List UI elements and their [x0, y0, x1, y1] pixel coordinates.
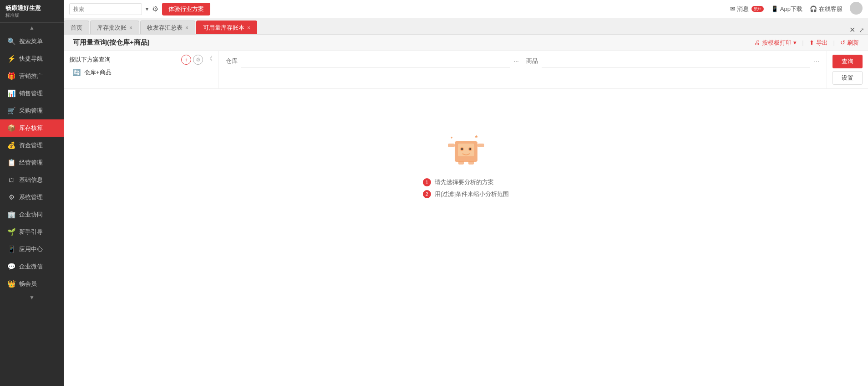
sidebar-item-operations[interactable]: 📋 经营管理 — [0, 154, 64, 171]
goods-input[interactable] — [542, 55, 810, 67]
empty-tip-1: 请先选择要分析的方案 — [435, 178, 494, 186]
sidebar-item-enterprise[interactable]: 🏢 企业协同 — [0, 206, 64, 223]
header-actions: 🖨 按模板打印 ▾ | ⬆ 导出 | ↺ 刷新 — [754, 39, 859, 47]
trial-button[interactable]: 体验行业方案 — [162, 3, 210, 15]
empty-state-row-2: 2 用[过滤]条件来缩小分析范围 — [423, 190, 509, 198]
svg-rect-8 — [448, 144, 455, 147]
sidebar-item-purchase[interactable]: 🛒 采购管理 — [0, 102, 64, 119]
topbar-right: ✉ 消息 99+ 📱 App下载 🎧 在线客服 — [730, 2, 863, 16]
filter-scheme-header: 按以下方案查询 ＋ ⚙ 《 — [69, 55, 213, 65]
refresh-label: 刷新 — [847, 39, 859, 47]
sidebar-item-quick-nav[interactable]: ⚡ 快捷导航 — [0, 50, 64, 67]
sidebar-item-wechat[interactable]: 💬 企业微信 — [0, 258, 64, 275]
sidebar-item-member[interactable]: 👑 畅会员 — [0, 275, 64, 293]
print-button[interactable]: 🖨 按模板打印 ▾ — [754, 39, 797, 47]
mobile-icon: 📱 — [771, 5, 778, 12]
filter-row-1: 仓库 ··· 商品 ··· — [226, 55, 819, 67]
sidebar-item-label: 企业微信 — [19, 262, 43, 271]
sidebar-item-marketing[interactable]: 🎁 营销推广 — [0, 67, 64, 85]
topbar-settings-icon[interactable]: ⚙ — [152, 5, 158, 13]
refresh-button[interactable]: ↺ 刷新 — [840, 39, 859, 47]
sidebar-item-label: 搜索菜单 — [19, 37, 43, 46]
sidebar-item-newbie[interactable]: 🌱 新手引导 — [0, 223, 64, 241]
warehouse-field: 仓库 ··· — [226, 55, 519, 67]
warehouse-more-icon[interactable]: ··· — [513, 57, 519, 65]
collapse-icon[interactable]: 《 — [207, 55, 213, 65]
sidebar-item-basics[interactable]: 🗂 基础信息 — [0, 171, 64, 189]
tab-label: 收发存汇总表 — [147, 24, 183, 32]
operations-icon: 📋 — [7, 159, 15, 167]
page-header: 可用量查询(按仓库+商品) 🖨 按模板打印 ▾ | ⬆ 导出 | ↺ 刷新 — [64, 35, 868, 51]
svg-point-5 — [469, 148, 471, 150]
sidebar-item-finance[interactable]: 💰 资金管理 — [0, 137, 64, 154]
sidebar-item-inventory[interactable]: 📦 库存核算 — [0, 119, 64, 137]
search-input[interactable] — [69, 3, 142, 15]
tab-close-icon[interactable]: × — [247, 25, 250, 31]
avatar[interactable] — [850, 2, 863, 16]
headset-icon: 🎧 — [810, 5, 817, 12]
scheme-item-icon: 🔄 — [73, 69, 81, 76]
tab-stock-summary[interactable]: 收发存汇总表 × — [140, 21, 195, 34]
sidebar-item-system[interactable]: ⚙ 系统管理 — [0, 189, 64, 206]
scheme-item-label: 仓库+商品 — [84, 68, 112, 77]
message-button[interactable]: ✉ 消息 99+ — [730, 5, 764, 13]
sidebar-item-label: 应用中心 — [19, 245, 43, 253]
empty-state: ★ ✦ 1 请先选择要分析的方案 2 用[过滤]条件来缩小分析范围 — [64, 89, 868, 235]
sidebar-item-search[interactable]: 🔍 搜索菜单 — [0, 33, 64, 50]
scheme-item-warehouse-goods[interactable]: 🔄 仓库+商品 — [69, 67, 213, 78]
export-button[interactable]: ⬆ 导出 — [809, 39, 828, 47]
purchase-icon: 🛒 — [7, 107, 15, 115]
tab-label: 可用量库存账本 — [203, 24, 244, 32]
app-subtitle: 标准版 — [5, 12, 58, 19]
tab-available-ledger[interactable]: 可用量库存账本 × — [196, 21, 257, 34]
sales-icon: 📊 — [7, 89, 15, 98]
tab-label: 库存批次账 — [97, 24, 127, 32]
tab-area-right: ✕ ⤢ — [846, 26, 868, 34]
expand-button[interactable]: ⤢ — [859, 26, 864, 34]
empty-tip-2: 用[过滤]条件来缩小分析范围 — [435, 190, 509, 198]
warehouse-label: 仓库 — [226, 57, 238, 65]
tab-bar: 首页 库存批次账 × 收发存汇总表 × 可用量库存账本 × ✕ ⤢ — [64, 18, 868, 35]
filter-settings-button[interactable]: 设置 — [832, 71, 863, 85]
query-button[interactable]: 查询 — [832, 55, 863, 68]
add-scheme-button[interactable]: ＋ — [181, 55, 191, 65]
empty-state-text: 1 请先选择要分析的方案 2 用[过滤]条件来缩小分析范围 — [423, 178, 509, 198]
enterprise-icon: 🏢 — [7, 211, 15, 219]
sidebar-scroll-up[interactable]: ▲ — [0, 23, 64, 33]
basics-icon: 🗂 — [7, 176, 15, 184]
app-logo: 畅康通好生意 标准版 — [0, 0, 64, 23]
wechat-icon: 💬 — [7, 262, 15, 271]
sidebar-item-label: 企业协同 — [19, 211, 43, 219]
settings-scheme-button[interactable]: ⚙ — [193, 55, 203, 65]
app-download-button[interactable]: 📱 App下载 — [771, 5, 802, 13]
sidebar-item-label: 经营管理 — [19, 159, 43, 167]
tab-batch-account[interactable]: 库存批次账 × — [90, 21, 139, 34]
sidebar-scroll-down[interactable]: ▼ — [0, 293, 64, 303]
dropdown-icon[interactable]: ▾ — [146, 6, 148, 12]
tab-close-icon[interactable]: × — [185, 25, 188, 31]
finance-icon: 💰 — [7, 141, 15, 149]
sidebar-item-label: 营销推广 — [19, 72, 43, 80]
tab-close-icon[interactable]: × — [129, 25, 132, 31]
marketing-icon: 🎁 — [7, 72, 15, 80]
tab-label: 首页 — [71, 24, 82, 32]
online-service-button[interactable]: 🎧 在线客服 — [810, 5, 843, 13]
filter-fields-panel: 仓库 ··· 商品 ··· — [218, 51, 827, 88]
sidebar-item-label: 销售管理 — [19, 89, 43, 98]
step-1-badge: 1 — [423, 178, 431, 186]
online-service-label: 在线客服 — [819, 5, 843, 13]
filter-area: 按以下方案查询 ＋ ⚙ 《 🔄 仓库+商品 仓库 — [64, 51, 868, 89]
filter-scheme-label: 按以下方案查询 — [69, 56, 111, 64]
message-label: 消息 — [737, 5, 749, 13]
dropdown-icon: ▾ — [793, 39, 797, 46]
sidebar-item-sales[interactable]: 📊 销售管理 — [0, 85, 64, 102]
goods-more-icon[interactable]: ··· — [814, 57, 819, 65]
sidebar-item-app-center[interactable]: 📱 应用中心 — [0, 241, 64, 258]
tab-home[interactable]: 首页 — [64, 21, 89, 34]
sidebar-item-label: 新手引导 — [19, 228, 43, 236]
export-label: 导出 — [816, 39, 828, 47]
svg-text:✦: ✦ — [450, 136, 453, 140]
close-tab-button[interactable]: ✕ — [849, 26, 855, 34]
warehouse-input[interactable] — [241, 55, 510, 67]
newbie-icon: 🌱 — [7, 228, 15, 236]
